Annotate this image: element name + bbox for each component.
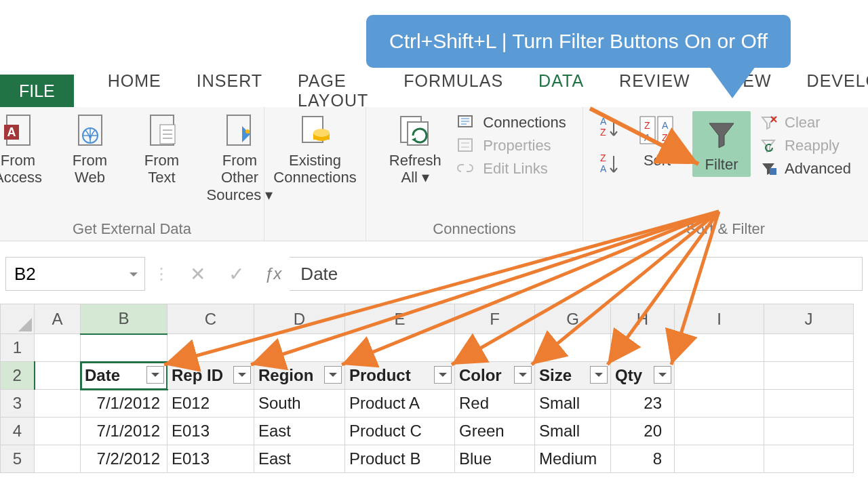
column-header-I[interactable]: I: [675, 304, 764, 334]
file-tab[interactable]: FILE: [0, 75, 74, 108]
table-cell[interactable]: Small: [535, 390, 611, 418]
table-header-cell[interactable]: [35, 362, 81, 390]
column-header-E[interactable]: E: [345, 304, 455, 334]
access-icon: A: [3, 111, 34, 149]
clear-icon: [760, 115, 778, 130]
table-cell[interactable]: [675, 334, 764, 362]
table-cell[interactable]: [535, 334, 611, 362]
filter-dropdown-button[interactable]: [324, 366, 342, 384]
filter-dropdown-button[interactable]: [514, 366, 532, 384]
table-cell[interactable]: [35, 445, 81, 473]
table-cell[interactable]: [35, 390, 81, 418]
table-header-cell[interactable]: Rep ID: [167, 362, 254, 390]
table-cell[interactable]: 20: [611, 418, 675, 445]
table-header-cell[interactable]: Size: [535, 362, 611, 390]
table-cell[interactable]: South: [254, 390, 345, 418]
chevron-down-icon[interactable]: [130, 272, 138, 281]
connections-button[interactable]: Connections: [457, 114, 566, 131]
refresh-icon: [398, 111, 432, 149]
column-header-F[interactable]: F: [455, 304, 535, 334]
filter-dropdown-button[interactable]: [434, 366, 452, 384]
row-header-1[interactable]: 1: [1, 334, 35, 362]
cancel-icon: ✕: [190, 263, 205, 285]
table-cell[interactable]: [167, 334, 254, 362]
table-cell[interactable]: Product C: [345, 418, 455, 445]
table-cell[interactable]: Blue: [455, 445, 535, 473]
table-cell[interactable]: East: [254, 418, 345, 445]
table-cell[interactable]: E012: [167, 390, 254, 418]
svg-text:A: A: [644, 132, 651, 143]
advanced-filter-button[interactable]: Advanced: [760, 160, 851, 178]
table-cell[interactable]: E013: [167, 445, 254, 473]
spreadsheet-grid[interactable]: ABCDEFGHIJ12DateRep IDRegionProductColor…: [0, 304, 868, 473]
fx-icon[interactable]: ƒx: [264, 264, 281, 283]
row-header-4[interactable]: 4: [1, 418, 35, 445]
select-all-corner[interactable]: [1, 304, 35, 334]
properties-button: Properties: [457, 137, 566, 155]
table-cell[interactable]: East: [254, 445, 345, 473]
table-cell[interactable]: [764, 334, 854, 362]
existing-connections-button[interactable]: Existing Connections: [271, 111, 359, 186]
svg-point-15: [313, 129, 330, 137]
column-header-D[interactable]: D: [254, 304, 345, 334]
column-header-B[interactable]: B: [81, 304, 167, 334]
formula-input[interactable]: [290, 257, 863, 291]
table-cell[interactable]: Product B: [345, 445, 455, 473]
table-cell[interactable]: 8: [611, 445, 675, 473]
from-text-button[interactable]: From Text: [131, 111, 193, 186]
table-cell[interactable]: 7/1/2012: [81, 390, 167, 418]
from-access-button[interactable]: A From Access: [0, 111, 50, 186]
table-header-cell[interactable]: Qty: [611, 362, 675, 390]
table-cell[interactable]: [35, 418, 81, 445]
keyboard-shortcut-callout: Ctrl+Shift+L | Turn Filter Buttons On or…: [366, 15, 791, 68]
column-header-A[interactable]: A: [35, 304, 81, 334]
row-header-3[interactable]: 3: [1, 390, 35, 418]
table-cell[interactable]: [455, 334, 535, 362]
table-header-cell[interactable]: [764, 362, 854, 390]
table-cell[interactable]: [81, 334, 167, 362]
edit-links-icon: [457, 161, 476, 177]
column-header-J[interactable]: J: [764, 304, 854, 334]
table-cell[interactable]: Red: [455, 390, 535, 418]
row-header-2[interactable]: 2: [1, 362, 35, 390]
from-web-button[interactable]: From Web: [59, 111, 121, 186]
sort-button[interactable]: ZAAZ Sort: [631, 111, 683, 169]
column-header-C[interactable]: C: [167, 304, 254, 334]
table-cell[interactable]: [675, 390, 764, 418]
table-cell[interactable]: [675, 418, 764, 445]
table-cell[interactable]: Green: [455, 418, 535, 445]
table-cell[interactable]: [764, 418, 854, 445]
table-cell[interactable]: [35, 334, 81, 362]
table-header-cell[interactable]: Date: [81, 362, 167, 390]
table-cell[interactable]: 7/2/2012: [81, 445, 167, 473]
table-cell[interactable]: [345, 334, 455, 362]
table-cell[interactable]: 23: [611, 390, 675, 418]
table-header-cell[interactable]: Region: [254, 362, 345, 390]
table-cell[interactable]: Small: [535, 418, 611, 445]
column-header-H[interactable]: H: [611, 304, 675, 334]
sort-desc-icon[interactable]: ZA: [600, 152, 622, 176]
filter-dropdown-button[interactable]: [654, 366, 671, 384]
row-header-5[interactable]: 5: [1, 445, 35, 473]
filter-button[interactable]: Filter: [692, 111, 751, 177]
table-cell[interactable]: [764, 390, 854, 418]
table-header-cell[interactable]: Product: [345, 362, 455, 390]
filter-dropdown-button[interactable]: [590, 366, 608, 384]
table-cell[interactable]: Medium: [535, 445, 611, 473]
filter-dropdown-button[interactable]: [146, 366, 164, 384]
table-cell[interactable]: Product A: [345, 390, 455, 418]
refresh-all-button[interactable]: Refresh All ▾: [382, 111, 448, 186]
name-box[interactable]: B2: [5, 257, 145, 291]
column-header-G[interactable]: G: [535, 304, 611, 334]
filter-dropdown-button[interactable]: [233, 366, 251, 384]
table-cell[interactable]: [675, 445, 764, 473]
reapply-button: Reapply: [760, 137, 851, 155]
table-cell[interactable]: 7/1/2012: [81, 418, 167, 445]
table-cell[interactable]: E013: [167, 418, 254, 445]
table-header-cell[interactable]: Color: [455, 362, 535, 390]
sort-asc-icon[interactable]: AZ: [600, 115, 622, 140]
table-cell[interactable]: [611, 334, 675, 362]
table-header-cell[interactable]: [675, 362, 764, 390]
table-cell[interactable]: [254, 334, 345, 362]
table-cell[interactable]: [764, 445, 854, 473]
